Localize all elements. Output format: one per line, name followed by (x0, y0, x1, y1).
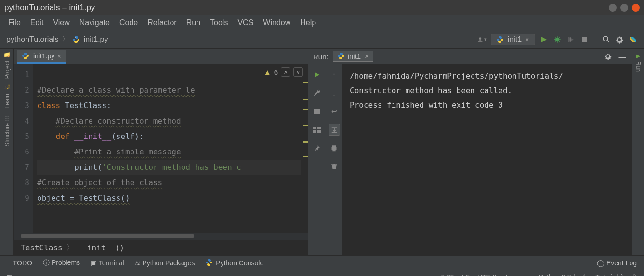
folder-icon: 📁 (4, 52, 11, 59)
console-line: Constructor method has been called. (350, 83, 625, 98)
warning-icon: ▲ (264, 68, 271, 76)
error-stripe[interactable] (301, 80, 308, 209)
run-toolbar-1 (308, 64, 326, 255)
code-line: #Create object of the class (37, 178, 162, 187)
indent-setting[interactable]: 4 spaces (504, 273, 531, 276)
breadcrumb[interactable]: pythonTutorials 〉 init1.py (6, 34, 108, 44)
svg-rect-10 (317, 130, 321, 133)
editor-tab-init1[interactable]: init1.py × (17, 50, 66, 64)
menu-window[interactable]: Window (263, 18, 290, 27)
run-tab[interactable]: init1 × (333, 51, 373, 62)
windows-icon[interactable]: ◧ (6, 273, 13, 276)
trash-icon[interactable] (329, 161, 340, 172)
bottom-event-log[interactable]: ◯ Event Log (597, 259, 637, 267)
menu-edit[interactable]: Edit (30, 18, 44, 27)
svg-point-2 (479, 37, 481, 40)
run-title: Run: (313, 53, 329, 61)
rerun-button[interactable] (311, 69, 323, 81)
svg-rect-8 (317, 127, 321, 129)
menu-run[interactable]: Run (186, 18, 200, 27)
window-maximize-button[interactable] (620, 4, 628, 12)
lock-icon[interactable] (631, 274, 638, 276)
menu-vcs[interactable]: VCS (237, 18, 253, 27)
bottom-console[interactable]: Python Console (205, 259, 263, 267)
menu-help[interactable]: Help (300, 18, 316, 27)
run-config-name: init1 (508, 35, 522, 44)
status-bar: ◧ 6:39 LF UTF-8 4 spaces Python 3.8 (pyt… (0, 270, 644, 276)
jetbrains-icon[interactable] (628, 35, 638, 44)
code-content[interactable]: #Declare a class with parameter le class… (33, 64, 308, 233)
tool-project[interactable]: Project 📁 (4, 52, 11, 79)
down-arrow-icon[interactable]: ↓ (329, 87, 340, 99)
tool-run[interactable]: ▶ Run (635, 53, 642, 72)
main-area: Project 📁 Learn 🎓 Structure ☷ init1.py ×… (0, 49, 644, 255)
prev-highlight-button[interactable]: ʌ (281, 67, 290, 77)
svg-rect-4 (582, 37, 587, 42)
run-play-icon: ▶ (635, 53, 642, 59)
menu-file[interactable]: File (8, 18, 21, 27)
menu-view[interactable]: View (53, 18, 69, 27)
debug-button[interactable] (552, 35, 562, 44)
soft-wrap-icon[interactable]: ↩ (329, 106, 340, 117)
editor-breadcrumb[interactable]: TestClass 〉 __init__() (14, 240, 308, 255)
menu-code[interactable]: Code (119, 18, 138, 27)
python-icon (337, 52, 345, 60)
code-area[interactable]: 1 2 3 4 5 6 7 8 9 #Declare a class with … (14, 64, 308, 233)
layout-button[interactable] (311, 124, 323, 136)
tool-learn[interactable]: Learn 🎓 (4, 84, 11, 109)
editor-h-scrollbar[interactable] (14, 233, 308, 240)
hide-run-button[interactable]: — (618, 52, 627, 61)
python-file-icon (22, 52, 29, 60)
file-encoding[interactable]: UTF-8 (477, 273, 497, 276)
breadcrumb-root[interactable]: pythonTutorials (6, 35, 59, 44)
run-config-selector[interactable]: init1 ▼ (491, 34, 535, 45)
up-arrow-icon[interactable]: ↑ (329, 69, 340, 81)
menu-refactor[interactable]: Refactor (147, 18, 176, 27)
next-highlight-button[interactable]: v (293, 67, 303, 77)
pin-button[interactable] (311, 142, 323, 154)
navigation-bar: pythonTutorials 〉 init1.py ▾ init1 ▼ (0, 30, 644, 49)
stop-button (579, 35, 589, 44)
window-close-button[interactable] (632, 4, 640, 12)
chevron-right-icon: 〉 (62, 34, 69, 44)
python-sdk[interactable]: Python 3.8 (pythonTutorials) (539, 273, 623, 276)
breadcrumb-file[interactable]: init1.py (84, 35, 108, 44)
caret-position[interactable]: 6:39 (441, 273, 454, 276)
scroll-to-end-icon[interactable] (329, 124, 340, 136)
bottom-tool-stripe: ≡ TODO ⓘ Problems ▣ Terminal ≋ Python Pa… (0, 255, 644, 270)
structure-icon: ☷ (4, 114, 11, 121)
window-minimize-button[interactable] (609, 4, 617, 12)
left-tool-stripe: Project 📁 Learn 🎓 Structure ☷ (0, 49, 14, 255)
close-tab-icon[interactable]: × (57, 53, 61, 60)
user-icon[interactable]: ▾ (477, 35, 487, 44)
bottom-todo[interactable]: ≡ TODO (7, 259, 32, 267)
menu-tools[interactable]: Tools (210, 18, 228, 27)
console-line: /home/fahmida/PycharmProjects/pythonTuto… (350, 69, 625, 83)
code-line: #Print a simple message (37, 147, 181, 156)
bottom-packages[interactable]: ≋ Python Packages (135, 259, 195, 267)
run-button[interactable] (539, 35, 549, 44)
print-icon[interactable] (329, 142, 340, 154)
python-file-icon (72, 36, 80, 43)
menu-navigate[interactable]: Navigate (79, 18, 110, 27)
right-tool-stripe: ▶ Run (632, 49, 644, 255)
bottom-terminal[interactable]: ▣ Terminal (91, 259, 124, 267)
editor-tabs: init1.py × (14, 49, 308, 64)
settings-button[interactable] (615, 35, 624, 44)
tool-structure[interactable]: Structure ☷ (4, 114, 11, 147)
run-coverage-button[interactable] (566, 35, 576, 44)
inspection-widget[interactable]: ▲ 6 ʌ v (264, 67, 303, 77)
warning-count: 6 (274, 68, 278, 76)
run-console-output[interactable]: /home/fahmida/PycharmProjects/pythonTuto… (343, 64, 632, 255)
window-title: pythonTutorials – init1.py (4, 3, 95, 13)
run-settings-button[interactable] (603, 52, 613, 61)
learn-icon: 🎓 (4, 84, 11, 92)
run-tool-window: Run: init1 × — (308, 49, 632, 255)
console-line: Process finished with exit code 0 (350, 98, 625, 112)
search-button[interactable] (601, 35, 611, 44)
wrench-icon[interactable] (311, 87, 323, 99)
bottom-problems[interactable]: ⓘ Problems (43, 259, 80, 267)
close-run-tab-icon[interactable]: × (365, 52, 369, 60)
svg-point-0 (75, 37, 76, 38)
line-ending[interactable]: LF (462, 273, 470, 276)
